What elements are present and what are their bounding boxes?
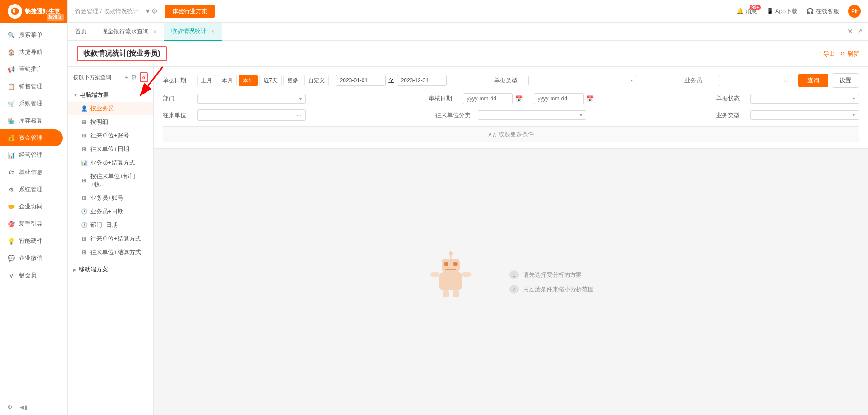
hardware-icon: 💡 xyxy=(7,237,15,245)
tree-item-by-staff[interactable]: 👤 按业务员 xyxy=(68,102,153,115)
dropdown-icon[interactable]: ▾ xyxy=(146,7,150,15)
review-date-label: 审核日期 xyxy=(429,94,456,103)
download-icon: 📱 xyxy=(766,8,774,14)
gear-icon[interactable]: ⚙ xyxy=(151,7,158,15)
sidebar-item-purchase[interactable]: 🛒 采购管理 xyxy=(0,95,67,112)
tab-home[interactable]: 首页 xyxy=(68,23,94,41)
sidebar-item-sales[interactable]: 📋 销售管理 xyxy=(0,78,67,95)
close-window-icon[interactable]: ✕ xyxy=(847,27,853,36)
sidebar-item-wechat[interactable]: 💬 企业微信 xyxy=(0,250,67,267)
collapse-filter-btn[interactable]: ∧∧ 收起更多条件 xyxy=(163,126,859,142)
staff-filter-label: 业务员 xyxy=(684,76,712,85)
counterpart-input[interactable]: ··· xyxy=(197,109,306,121)
chevron-up-icon: ∧∧ xyxy=(488,131,497,138)
tree-mobile-title[interactable]: ▶ 移动端方案 xyxy=(68,263,153,276)
sidebar-item-finance[interactable]: 💰 资金管理 xyxy=(0,129,63,146)
tree-item-staff-settle[interactable]: 📊 业务员+结算方式 xyxy=(68,156,153,170)
tree-item-detail[interactable]: ⊞ 按明细 xyxy=(68,115,153,129)
tree-item-counterpart-settle1[interactable]: ⊞ 往来单位+结算方式 xyxy=(68,232,153,245)
dept-select[interactable]: ▾ xyxy=(197,94,306,104)
page-header: 收款情况统计(按业务员) ↑ 导出 ↺ 刷新 xyxy=(68,41,868,67)
tree-item-counterpart-account[interactable]: ⊞ 往来单位+账号 xyxy=(68,129,153,142)
page-content: 收款情况统计(按业务员) ↑ 导出 ↺ 刷新 按以下方案查询 xyxy=(68,41,868,415)
sidebar-item-enterprise[interactable]: 🤝 企业协同 xyxy=(0,198,67,215)
trial-button[interactable]: 体验行业方案 xyxy=(165,5,215,18)
export-button[interactable]: ↑ 导出 xyxy=(819,50,835,58)
app-download-item[interactable]: 📱 App下载 xyxy=(766,7,797,15)
tab-bank-flow[interactable]: 现金银行流水查询 × xyxy=(94,23,164,41)
settings-button[interactable]: 设置 xyxy=(832,73,859,88)
service-icon: 🎧 xyxy=(807,8,814,14)
review-date-from[interactable] xyxy=(463,93,513,104)
date-btn-7days[interactable]: 近7天 xyxy=(259,75,282,86)
tree-collapse-icon: ▶ xyxy=(73,267,77,272)
step-1-text: 请先选择要分析的方案 xyxy=(523,271,582,279)
sidebar-item-search[interactable]: 🔍 搜索菜单 xyxy=(0,26,67,43)
sidebar-item-guide[interactable]: 🎯 新手引导 xyxy=(0,215,67,232)
refresh-button[interactable]: ↺ 刷新 xyxy=(840,50,859,58)
tab-collection-stats-close[interactable]: × xyxy=(211,28,214,34)
sidebar-item-marketing[interactable]: 📢 营销推广 xyxy=(0,61,67,78)
filter-row-2: 部门 ▾ 审核日期 📅 — 📅 xyxy=(163,93,859,104)
tab-collection-stats[interactable]: 收款情况统计 × xyxy=(164,23,222,41)
tree-item-label: 往来单位+结算方式 xyxy=(90,235,141,243)
collapse-footer-icon[interactable]: ◀▮ xyxy=(20,404,28,410)
sidebar-item-member[interactable]: V 畅会员 xyxy=(0,267,67,284)
date-btn-custom[interactable]: 自定义 xyxy=(304,75,329,86)
chevron-down-icon: ▾ xyxy=(631,78,633,83)
tab-bank-flow-close[interactable]: × xyxy=(153,28,156,35)
date-btn-last-month[interactable]: 上月 xyxy=(197,75,216,86)
filter-area: 单据日期 上月 本月 本年 近7天 更多 自定义 至 xyxy=(154,67,868,149)
date-btn-this-month[interactable]: 本月 xyxy=(218,75,237,86)
query-button[interactable]: 查询 xyxy=(798,74,828,87)
basic-icon: 🗂 xyxy=(7,168,15,176)
sidebar-item-inventory[interactable]: 🏪 库存核算 xyxy=(0,112,67,129)
date-btn-more[interactable]: 更多 xyxy=(283,75,302,86)
sidebar-item-label: 智能硬件 xyxy=(19,237,42,245)
settings-footer-icon[interactable]: ⚙ xyxy=(7,404,13,410)
date-to-input[interactable] xyxy=(397,75,447,86)
sidebar-item-system[interactable]: ⚙ 系统管理 xyxy=(0,181,67,198)
date-from-input[interactable] xyxy=(336,75,386,86)
settings-scheme-icon[interactable]: ⚙ xyxy=(131,74,137,81)
add-scheme-icon[interactable]: + xyxy=(125,74,128,81)
sidebar-item-hardware[interactable]: 💡 智能硬件 xyxy=(0,232,67,250)
online-service-item[interactable]: 🎧 在线客服 xyxy=(807,7,839,15)
sidebar-item-label: 畅会员 xyxy=(19,271,37,279)
sidebar-item-basic[interactable]: 🗂 基础信息 xyxy=(0,164,67,181)
tree-desktop-title[interactable]: ▼ 电脑端方案 xyxy=(68,88,153,102)
category-select[interactable]: ▾ xyxy=(478,110,586,120)
top-header: 资金管理 / 收款情况统计 ▾ ⚙ 体验行业方案 🔔 消息 99+ 📱 App下… xyxy=(68,0,868,23)
tree-item-counterpart-date[interactable]: ⊞ 往来单位+日期 xyxy=(68,142,153,156)
tree-item-dept-date[interactable]: 🕐 部门+日期 xyxy=(68,218,153,232)
tree-item-staff-date[interactable]: 🕐 业务员+日期 xyxy=(68,205,153,218)
maximize-icon[interactable]: ⤢ xyxy=(857,27,863,36)
notification-item[interactable]: 🔔 消息 99+ xyxy=(736,7,757,15)
sidebar-footer: ⚙ ◀▮ xyxy=(0,399,67,415)
type-select[interactable]: ▾ xyxy=(528,76,637,85)
date-btn-this-year[interactable]: 本年 xyxy=(239,75,258,86)
empty-step-2: 2 用过滤条件来缩小分析范围 xyxy=(509,285,594,294)
online-service-label: 在线客服 xyxy=(816,7,839,15)
tabs-bar: 首页 现金银行流水查询 × 收款情况统计 × ✕ ⤢ xyxy=(68,23,868,41)
tree-mobile-section: ▶ 移动端方案 xyxy=(68,261,153,278)
sidebar-nav: 🔍 搜索菜单 🏠 快捷导航 📢 营销推广 📋 销售管理 🛒 采购管理 🏪 库存核… xyxy=(0,23,67,399)
filter-row-3: 往来单位 ··· 往来单位分类 ▾ 业务类型 xyxy=(163,109,859,121)
tree-item-staff-account[interactable]: ⊞ 业务员+账号 xyxy=(68,191,153,205)
chart-icon: 📊 xyxy=(80,159,88,166)
biz-type-select[interactable]: ▾ xyxy=(750,110,859,120)
sidebar-item-quicknav[interactable]: 🏠 快捷导航 xyxy=(0,43,67,61)
tree-item-counterpart-dept[interactable]: ⊞ 按往来单位+部门+收... xyxy=(68,170,153,191)
refresh-icon: ↺ xyxy=(840,50,845,57)
collapse-label: 收起更多条件 xyxy=(499,130,534,138)
collapse-panel-icon[interactable]: « xyxy=(140,72,148,82)
left-panel-actions: + ⚙ « xyxy=(125,72,148,82)
staff-select[interactable]: ··· xyxy=(719,75,791,86)
review-date-to[interactable] xyxy=(534,93,584,104)
status-select[interactable]: ▾ xyxy=(750,94,859,104)
category-label: 往来单位分类 xyxy=(435,111,471,119)
tree-item-counterpart-settle2[interactable]: ⊞ 往来单位+结算方式 xyxy=(68,245,153,259)
avatar-area[interactable]: Rit xyxy=(848,5,861,18)
sidebar-item-label: 营销推广 xyxy=(19,65,42,73)
sidebar-item-operations[interactable]: 📊 经营管理 xyxy=(0,146,67,164)
